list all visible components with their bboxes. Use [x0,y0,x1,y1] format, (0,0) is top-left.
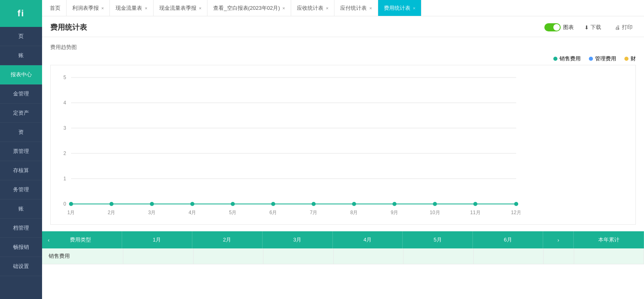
header-type-label: 费用类型 [70,236,91,244]
main-content: 首页 利润表季报 × 现金流量表 × 现金流量表季报 × 查看_空白报表(202… [42,0,644,299]
tab-profit-quarterly[interactable]: 利润表季报 × [67,0,110,16]
svg-text:8月: 8月 [350,210,358,215]
svg-text:2: 2 [63,151,66,156]
table-cell-nav-space [544,248,574,264]
tab-payable[interactable]: 应付统计表 × [334,0,378,16]
svg-text:3: 3 [63,125,66,131]
svg-point-29 [271,202,275,206]
svg-point-30 [312,202,316,206]
sidebar-item-expense[interactable]: 畅报销 [0,238,42,257]
chart-section: 费用趋势图 销售费用 管理费用 财 [42,37,644,231]
svg-text:5月: 5月 [229,210,237,215]
legend-dot-finance [624,57,628,61]
table-cell-ytd [574,248,644,264]
sidebar-item-archive[interactable]: 档管理 [0,219,42,238]
download-button[interactable]: ⬇ 下载 [581,22,604,33]
legend-label-sales: 销售费用 [559,55,581,62]
table-header-month6: 6月 [473,231,543,248]
print-icon: 🖨 [615,24,620,31]
tab-cashflow-quarterly[interactable]: 现金流量表季报 × [154,0,207,16]
legend-finance: 财 [624,55,636,62]
sidebar-item-home[interactable]: 页 [0,27,42,46]
svg-text:5: 5 [63,75,66,80]
tab-expense-stats[interactable]: 费用统计表 × [378,0,421,16]
svg-text:4: 4 [63,100,66,106]
svg-text:2月: 2月 [108,210,116,215]
tab-bar: 首页 利润表季报 × 现金流量表 × 现金流量表季报 × 查看_空白报表(202… [42,0,644,16]
legend-dot-sales [553,57,557,61]
tab-close-blank-report[interactable]: × [283,6,285,11]
svg-text:0: 0 [63,201,66,207]
legend-sales: 销售费用 [553,55,581,62]
sidebar-item-assets[interactable]: 定资产 [0,104,42,123]
page-area: 费用统计表 图表 ⬇ 下载 🖨 打印 [42,16,644,299]
svg-point-27 [190,202,194,206]
tab-close-receivable[interactable]: × [326,6,328,11]
table-header-month2: 2月 [192,231,263,248]
svg-text:1月: 1月 [67,210,75,215]
table-header-type: ‹ 费用类型 [42,231,122,248]
page-actions: 图表 ⬇ 下载 🖨 打印 [544,22,636,33]
tab-home[interactable]: 首页 [44,0,67,16]
tab-close-cashflow[interactable]: × [145,6,147,11]
svg-point-35 [514,202,518,206]
svg-point-25 [109,202,114,206]
sidebar-item-service[interactable]: 务管理 [0,180,42,199]
table-row: 销售费用 [42,248,644,264]
print-button[interactable]: 🖨 打印 [612,22,636,33]
tab-blank-report[interactable]: 查看_空白报表(2023年02月) × [207,0,291,16]
svg-point-26 [150,202,154,206]
sidebar-item-account[interactable]: 账 [0,46,42,65]
chart-toggle-wrap: 图表 [544,23,574,31]
svg-point-34 [473,202,477,206]
tab-receivable[interactable]: 应收统计表 × [291,0,334,16]
sidebar: fi 页 账 报表中心 金管理 定资产 资 票管理 存核算 务管理 账 档管理 … [0,0,42,299]
sidebar-item-inventory[interactable]: 存核算 [0,161,42,180]
chart-title: 费用趋势图 [50,44,636,51]
table-cell-m5 [403,248,473,264]
page-header: 费用统计表 图表 ⬇ 下载 🖨 打印 [42,16,644,37]
sidebar-logo: fi [0,0,42,27]
legend-management: 管理费用 [589,55,616,62]
tab-close-profit-quarterly[interactable]: × [101,6,104,11]
svg-text:1: 1 [63,176,66,182]
sidebar-item-reports[interactable]: 报表中心 [0,65,42,84]
sidebar-item-invoice[interactable]: 票管理 [0,142,42,161]
table-cell-type: 销售费用 [42,248,123,264]
tab-close-expense-stats[interactable]: × [413,6,415,11]
trend-chart: 0 1 2 3 4 5 1月 2月 3月 4月 5月 [51,65,520,224]
chart-toggle[interactable] [544,23,561,31]
svg-text:7月: 7月 [310,210,318,215]
svg-point-28 [231,202,235,206]
table-section: ‹ 费用类型 1月 2月 3月 4月 5月 6月 › 本年累计 销售 [42,231,644,299]
svg-point-33 [433,202,437,206]
download-icon: ⬇ [584,24,589,31]
svg-text:3月: 3月 [148,210,156,215]
svg-point-32 [392,202,397,206]
sidebar-item-cash[interactable]: 金管理 [0,84,42,104]
table-cell-m6 [474,248,544,264]
svg-text:6月: 6月 [270,210,277,215]
tab-close-payable[interactable]: × [369,6,372,11]
table-header-nav-next[interactable]: › [543,231,574,248]
svg-point-24 [69,202,73,206]
svg-point-31 [352,202,356,206]
page-title: 费用统计表 [50,22,87,32]
table-cell-m3 [263,248,333,264]
sidebar-item-capital[interactable]: 资 [0,123,42,142]
nav-prev[interactable]: ‹ [48,237,49,243]
legend-label-finance: 财 [631,55,636,62]
svg-text:12月: 12月 [511,210,520,215]
table-cell-m4 [334,248,403,264]
svg-text:11月: 11月 [470,210,480,215]
sidebar-item-settings[interactable]: 础设置 [0,257,42,276]
tab-close-cashflow-quarterly[interactable]: × [199,6,201,11]
chart-svg-wrapper: 0 1 2 3 4 5 1月 2月 3月 4月 5月 [50,65,636,225]
svg-text:9月: 9月 [391,210,399,215]
table-header-month3: 3月 [263,231,333,248]
table-body: 销售费用 [42,248,644,264]
table-header: ‹ 费用类型 1月 2月 3月 4月 5月 6月 › 本年累计 [42,231,644,248]
sidebar-item-ledger[interactable]: 账 [0,199,42,219]
tab-cashflow[interactable]: 现金流量表 × [110,0,153,16]
table-header-ytd: 本年累计 [574,231,644,248]
